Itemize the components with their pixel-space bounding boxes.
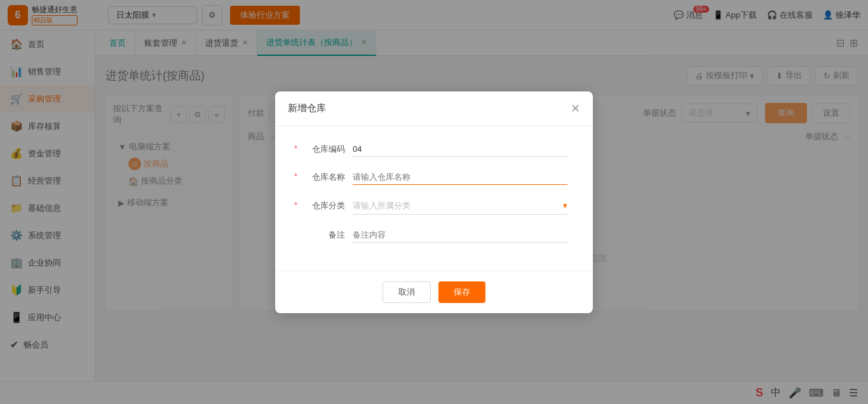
name-form-row: 仓库名称 bbox=[301, 170, 567, 185]
category-placeholder: 请输入所属分类 bbox=[353, 200, 410, 212]
dialog-body: 仓库编码 仓库名称 仓库分类 请输入所属分类 ▾ 备注 bbox=[275, 126, 593, 271]
category-select[interactable]: 请输入所属分类 ▾ bbox=[353, 198, 567, 215]
remark-form-row: 备注 bbox=[301, 227, 567, 243]
category-form-row: 仓库分类 请输入所属分类 ▾ bbox=[301, 198, 567, 215]
dialog-title: 新增仓库 bbox=[288, 102, 326, 114]
dialog-close-button[interactable]: ✕ bbox=[571, 102, 580, 116]
remark-label: 备注 bbox=[301, 229, 345, 241]
modal-overlay[interactable]: 新增仓库 ✕ 仓库编码 仓库名称 仓库分类 请输入所属分类 ▾ bbox=[0, 0, 868, 404]
save-button[interactable]: 保存 bbox=[438, 281, 485, 303]
cancel-button[interactable]: 取消 bbox=[383, 281, 431, 303]
add-warehouse-dialog: 新增仓库 ✕ 仓库编码 仓库名称 仓库分类 请输入所属分类 ▾ bbox=[275, 91, 593, 313]
remark-input[interactable] bbox=[353, 227, 567, 243]
code-input[interactable] bbox=[353, 142, 567, 157]
category-arrow-icon: ▾ bbox=[563, 201, 567, 210]
name-input[interactable] bbox=[353, 170, 567, 185]
dialog-header: 新增仓库 ✕ bbox=[275, 91, 593, 126]
category-label: 仓库分类 bbox=[301, 200, 345, 212]
dialog-footer: 取消 保存 bbox=[275, 271, 593, 313]
code-label: 仓库编码 bbox=[301, 144, 345, 155]
code-form-row: 仓库编码 bbox=[301, 142, 567, 157]
name-label: 仓库名称 bbox=[301, 172, 345, 183]
